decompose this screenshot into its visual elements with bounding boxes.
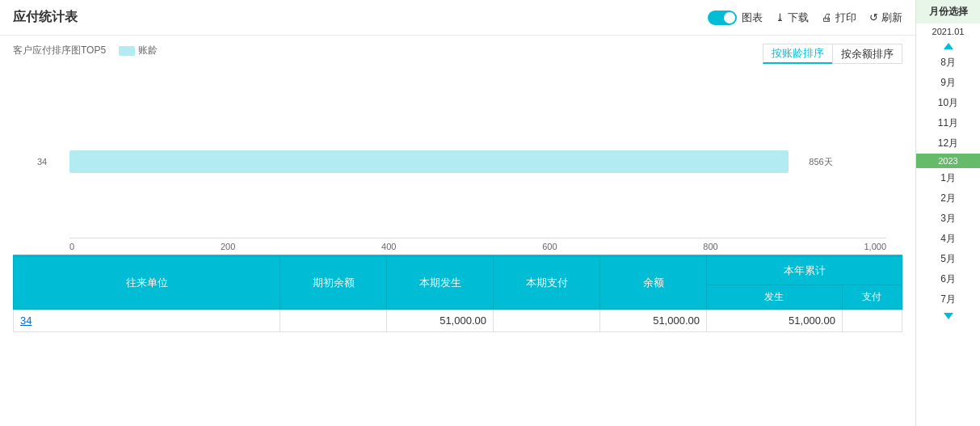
print-button[interactable]: 🖨 打印 [822, 11, 856, 25]
cell-pay [494, 310, 600, 332]
bar-container: 856天 [69, 150, 886, 173]
col-header-ytd: 本年累计 [707, 257, 902, 285]
legend-series-label: 客户应付排序图TOP5 [13, 44, 106, 57]
cell-balance: 51,000.00 [600, 310, 707, 332]
sidebar-month-11[interactable]: 11月 [916, 113, 980, 133]
x-axis-line [69, 238, 886, 238]
sidebar-month-8[interactable]: 8月 [916, 53, 980, 73]
chart-toggle-label: 图表 [742, 11, 763, 25]
col-header-occur: 本期发生 [387, 257, 494, 310]
page-title: 应付统计表 [13, 9, 78, 26]
sidebar-month-9[interactable]: 9月 [916, 73, 980, 93]
sidebar-year-marker[interactable]: 2023 [916, 154, 980, 168]
download-button[interactable]: ⤓ 下载 [776, 11, 809, 25]
table-section: 往来单位 期初余额 本期发生 本期支付 余额 本年累计 发生 支付 [13, 255, 902, 332]
refresh-label: 刷新 [881, 11, 902, 25]
download-label: 下载 [788, 11, 809, 25]
legend-item-bar: 账龄 [119, 44, 158, 57]
col-header-pay: 本期支付 [494, 257, 600, 310]
data-table: 往来单位 期初余额 本期发生 本期支付 余额 本年累计 发生 支付 [13, 256, 902, 332]
sort-by-balance-button[interactable]: 按余额排序 [832, 44, 902, 64]
sidebar-month-10[interactable]: 10月 [916, 93, 980, 113]
sidebar-month-6[interactable]: 6月 [916, 269, 980, 289]
sidebar-nav-up[interactable] [916, 40, 980, 53]
table-header-row: 往来单位 期初余额 本期发生 本期支付 余额 本年累计 [14, 257, 902, 285]
sidebar-month-5[interactable]: 5月 [916, 249, 980, 269]
chart-area: 34 856天 0 200 400 600 800 1,000 [13, 69, 902, 255]
legend-color-box [119, 46, 135, 56]
print-label: 打印 [835, 11, 856, 25]
chevron-down-icon [944, 313, 953, 319]
print-icon: 🖨 [822, 11, 832, 23]
sidebar-month-3[interactable]: 3月 [916, 209, 980, 229]
sidebar-month-1[interactable]: 1月 [916, 168, 980, 188]
x-label-5: 1,000 [864, 242, 886, 251]
table-row: 34 51,000.00 51,000.00 51,000.00 [14, 310, 902, 332]
x-label-0: 0 [69, 242, 74, 251]
col-header-unit: 往来单位 [14, 257, 280, 310]
legend-bar-label: 账龄 [138, 44, 158, 57]
col-header-ytd-pay: 支付 [842, 285, 902, 310]
header-actions: 图表 ⤓ 下载 🖨 打印 ↺ 刷新 [708, 11, 902, 25]
x-label-4: 800 [703, 242, 717, 251]
col-header-opening: 期初余额 [280, 257, 387, 310]
sidebar-month-12[interactable]: 12月 [916, 133, 980, 154]
x-label-2: 400 [381, 242, 396, 251]
chart-controls: 按账龄排序 按余额排序 [763, 44, 902, 64]
chart-bar: 856天 [69, 150, 789, 173]
cell-occur: 51,000.00 [387, 310, 494, 332]
bar-row: 856天 [69, 150, 886, 173]
chevron-up-icon [944, 43, 953, 49]
sidebar-current-value: 2021.01 [916, 23, 980, 40]
refresh-button[interactable]: ↺ 刷新 [869, 11, 902, 25]
refresh-icon: ↺ [869, 11, 878, 23]
sidebar-header: 月份选择 [916, 0, 980, 23]
sidebar-nav-down[interactable] [916, 310, 980, 323]
sidebar-month-4[interactable]: 4月 [916, 229, 980, 249]
cell-ytd-pay [842, 310, 902, 332]
x-label-1: 200 [221, 242, 235, 251]
chart-section: 客户应付排序图TOP5 账龄 按账龄排序 按余额排序 34 [0, 36, 915, 426]
sidebar-month-2[interactable]: 2月 [916, 188, 980, 209]
x-axis: 0 200 400 600 800 1,000 [69, 242, 886, 251]
y-axis-label: 34 [37, 157, 47, 167]
legend-item-series: 客户应付排序图TOP5 [13, 44, 106, 57]
sort-by-age-button[interactable]: 按账龄排序 [763, 44, 832, 64]
month-sidebar: 月份选择 2021.01 8月 9月 10月 11月 12月 2023 1月 2… [915, 0, 980, 426]
cell-opening [280, 310, 387, 332]
cell-unit[interactable]: 34 [14, 310, 280, 332]
x-label-3: 600 [542, 242, 557, 251]
chart-legend: 客户应付排序图TOP5 账龄 [13, 44, 158, 57]
col-header-balance: 余额 [600, 257, 707, 310]
col-header-ytd-occur: 发生 [707, 285, 843, 310]
chart-toggle[interactable] [708, 11, 737, 25]
bar-end-label: 856天 [809, 156, 832, 168]
chart-toggle-wrap: 图表 [708, 11, 763, 25]
sidebar-month-7[interactable]: 7月 [916, 289, 980, 310]
download-icon: ⤓ [776, 11, 784, 23]
cell-ytd-occur: 51,000.00 [707, 310, 843, 332]
chart-legend-row: 客户应付排序图TOP5 账龄 按账龄排序 按余额排序 [13, 44, 902, 64]
